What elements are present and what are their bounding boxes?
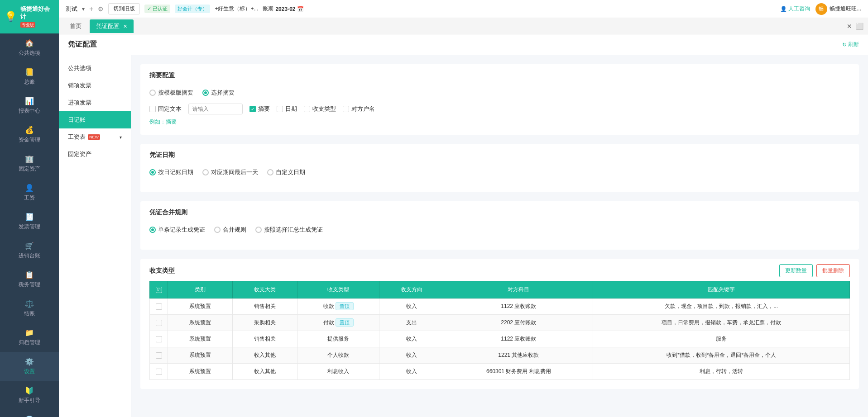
row-checkbox-0[interactable]	[156, 303, 162, 310]
left-nav-sales-invoice[interactable]: 销项发票	[59, 77, 131, 94]
row-checkbox-3[interactable]	[156, 352, 162, 359]
update-button[interactable]: 更新数量	[779, 264, 813, 277]
tab-maximize-btn[interactable]: ⬜	[856, 23, 863, 30]
sidebar-item-guide[interactable]: 🔰 新手引导	[0, 381, 59, 410]
table-container: ☑ 类别 收支大类 收支类型 收支方向 对方科目 匹配关键字	[140, 281, 859, 389]
table-row: 系统预置 收入其他 个人收款 收入 1221 其他应收款 收到*借款，收到*备用…	[150, 347, 850, 364]
date-section: 凭证日期 按日记账日期 对应期间最后一天	[140, 144, 859, 192]
sidebar-item-home[interactable]: 🏠 公共选项	[0, 33, 59, 62]
summary-radio-template[interactable]: 按模板版摘要	[149, 89, 193, 97]
td-major-2: 销售相关	[233, 331, 297, 347]
guide-icon: 🔰	[25, 386, 34, 395]
refresh-icon: ↻	[842, 42, 847, 48]
td-direction-4: 收入	[379, 364, 444, 380]
td-major-4: 收入其他	[233, 364, 297, 380]
merge-radio-summary[interactable]: 按照选择汇总生成凭证	[255, 226, 323, 234]
refresh-button[interactable]: ↻ 刷新	[842, 41, 859, 48]
sidebar-item-ledger-label: 总账	[24, 78, 35, 86]
left-nav-public[interactable]: 公共选项	[59, 60, 131, 77]
delete-button[interactable]: 批量删除	[816, 264, 850, 277]
tab-close-icon[interactable]: ✕	[123, 24, 127, 29]
merge-radio-group: 单条记录生成凭证 合并规则 按照选择汇总生成凭证	[149, 226, 850, 234]
select-all-checkbox[interactable]: ☑	[156, 287, 162, 293]
left-nav-fixed-assets[interactable]: 固定资产	[59, 146, 131, 163]
td-sub-4: 利息收入	[297, 364, 379, 380]
tab-close-window-btn[interactable]: ✕	[847, 23, 852, 30]
user-name: 畅捷通旺旺...	[830, 5, 861, 13]
checkbox-income-type[interactable]: 收支类型	[304, 105, 336, 113]
help-button[interactable]: 👤 人工咨询	[780, 5, 810, 13]
merge-radio-single[interactable]: 单条记录生成凭证	[149, 226, 205, 234]
td-checkbox-3[interactable]	[150, 347, 168, 364]
sidebar-item-salary[interactable]: 👤 工资	[0, 178, 59, 207]
help-icon: 👤	[780, 6, 787, 12]
sidebar-item-archive-label: 归档管理	[19, 339, 40, 346]
archive-icon: 📁	[25, 328, 34, 337]
radio-circle-single	[149, 227, 156, 233]
left-nav: 公共选项 销项发票 进项发票 日记账 工资表 NEW ▾ 固定资产	[59, 55, 131, 417]
topbar: 测试 ▾ + ⚙ 切到旧版 ✓ 已认证 好会计（专） +好生意（标）+... 账…	[59, 0, 868, 18]
pin-tag-1[interactable]: 置顶	[336, 318, 354, 327]
date-radio-custom[interactable]: 自定义日期	[267, 168, 305, 176]
checkbox-fixed-text[interactable]: 固定文本	[149, 105, 182, 113]
sidebar-item-settlement[interactable]: ⚖️ 结账	[0, 294, 59, 323]
row-checkbox-2[interactable]	[156, 336, 162, 342]
summary-radio-select[interactable]: 选择摘要	[202, 89, 235, 97]
checkbox-box-date	[277, 106, 283, 112]
page-title: 凭证配置	[68, 40, 97, 49]
sidebar-item-reports[interactable]: 📊 报表中心	[0, 91, 59, 120]
tab-actions: ✕ ⬜	[847, 23, 863, 30]
td-category-1: 系统预置	[168, 315, 233, 331]
income-section: 收支类型 更新数量 批量删除 ☑	[140, 259, 859, 389]
date-radio-diary[interactable]: 按日记账日期	[149, 168, 193, 176]
td-checkbox-1[interactable]	[150, 315, 168, 331]
sidebar-item-archive[interactable]: 📁 归档管理	[0, 323, 59, 352]
sidebar-item-home-label: 公共选项	[19, 49, 40, 57]
td-category-4: 系统预置	[168, 364, 233, 380]
td-category-3: 系统预置	[168, 347, 233, 364]
left-nav-purchase-invoice[interactable]: 进项发票	[59, 94, 131, 111]
td-checkbox-4[interactable]	[150, 364, 168, 380]
checkbox-summary[interactable]: ✓ 摘要	[249, 105, 270, 113]
sidebar-item-purchase[interactable]: 🛒 进销台账	[0, 236, 59, 265]
table-row: 系统预置 销售相关 提供服务 收入 1122 应收账款 服务	[150, 331, 850, 347]
left-nav-diary[interactable]: 日记账	[59, 111, 131, 128]
row-checkbox-1[interactable]	[156, 320, 162, 326]
topbar-plus[interactable]: +	[89, 5, 93, 13]
fixed-text-input[interactable]	[188, 104, 243, 114]
period-value: 2023-02	[275, 6, 295, 12]
sidebar-item-guide-label: 新手引导	[19, 397, 40, 404]
sidebar-item-assets[interactable]: 🏢 固定资产	[0, 149, 59, 178]
date-radio-group: 按日记账日期 对应期间最后一天 自定义日期	[149, 168, 850, 176]
td-keywords-1: 项目，日常费用，报销款，车费，承兑汇票，付款	[593, 315, 850, 331]
sidebar-item-funds[interactable]: 💰 资金管理	[0, 120, 59, 149]
merge-radio-rule[interactable]: 合并规则	[214, 226, 246, 234]
topbar-dropdown[interactable]: ▾	[82, 6, 85, 12]
sidebar-item-tax[interactable]: 📋 税务管理	[0, 265, 59, 294]
topbar-gear[interactable]: ⚙	[98, 5, 104, 13]
pin-tag-0[interactable]: 置顶	[336, 302, 354, 310]
td-checkbox-0[interactable]	[150, 299, 168, 315]
row-checkbox-4[interactable]	[156, 369, 162, 375]
sidebar: 💡 畅捷通好会计 专业版 🏠 公共选项 📒 总账 📊 报表中心 💰 资金管理 🏢…	[0, 0, 59, 417]
user-menu[interactable]: 畅 畅捷通旺旺...	[815, 3, 861, 15]
sidebar-item-settings-label: 设置	[24, 368, 35, 375]
sidebar-item-invoice[interactable]: 🧾 发票管理	[0, 207, 59, 236]
calendar-icon[interactable]: 📅	[297, 6, 304, 12]
th-checkbox: ☑	[150, 281, 168, 299]
tabbar: 首页 凭证配置 ✕ ✕ ⬜	[59, 18, 868, 34]
left-nav-payroll[interactable]: 工资表 NEW ▾	[59, 128, 131, 146]
sidebar-item-member[interactable]: 💎 畅会员	[0, 410, 59, 417]
switch-version-button[interactable]: 切到旧版	[108, 3, 140, 14]
checkbox-counterpart[interactable]: 对方户名	[343, 105, 375, 113]
sidebar-item-settlement-label: 结账	[24, 310, 35, 317]
sidebar-item-settings[interactable]: ⚙️ 设置	[0, 352, 59, 381]
td-keywords-0: 欠款，现金，项目款，到款，报销款，汇入，...	[593, 299, 850, 315]
tab-home[interactable]: 首页	[63, 19, 88, 33]
sidebar-item-ledger[interactable]: 📒 总账	[0, 62, 59, 91]
checkbox-date[interactable]: 日期	[277, 105, 297, 113]
tab-voucher-config[interactable]: 凭证配置 ✕	[90, 19, 134, 33]
date-radio-last-day[interactable]: 对应期间最后一天	[202, 168, 258, 176]
page-header: 凭证配置 ↻ 刷新	[59, 34, 868, 55]
td-checkbox-2[interactable]	[150, 331, 168, 347]
